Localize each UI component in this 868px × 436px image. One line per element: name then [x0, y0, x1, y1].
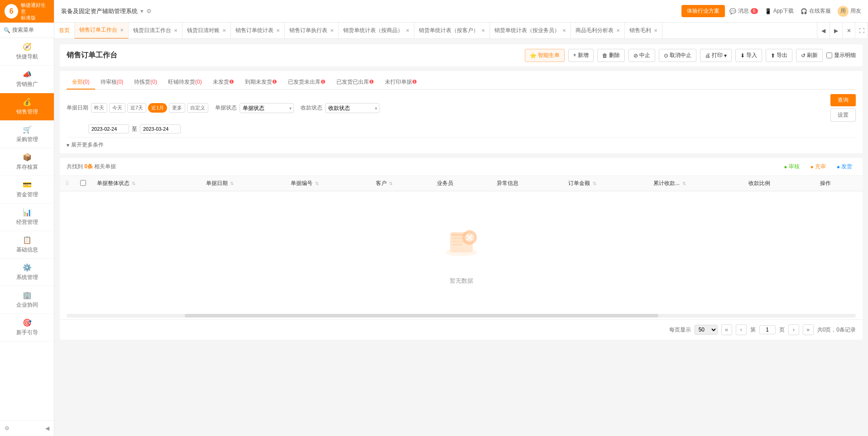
tab-close-cash-reconcile[interactable]: ✕: [222, 28, 226, 33]
show-detail-label[interactable]: 显示明细: [826, 52, 856, 59]
tab-close-cash-daily[interactable]: ✕: [174, 28, 177, 33]
sidebar-search[interactable]: 🔍 搜索菜单: [0, 23, 54, 38]
tab-cash-daily[interactable]: 钱货日清工作台 ✕: [129, 23, 182, 39]
purchase-label: 采购管理: [16, 136, 38, 143]
user-btn[interactable]: 用 用友: [838, 6, 861, 17]
sidebar-item-basic-info[interactable]: 📋 基础信息: [0, 231, 54, 259]
sidebar-item-system[interactable]: ⚙️ 系统管理: [0, 259, 54, 286]
review-btn[interactable]: ● 审核: [780, 161, 803, 172]
page-number-input[interactable]: [759, 325, 776, 334]
th-received[interactable]: 累计收款... ⇅: [648, 176, 743, 191]
tab-sales-summary-product[interactable]: 销货单统计表（按商品） ✕: [339, 23, 414, 39]
tab-home[interactable]: 首页: [54, 23, 75, 39]
sidebar-item-purchase[interactable]: 🛒 采购管理: [0, 121, 54, 148]
status-select[interactable]: 单据状态: [240, 103, 294, 113]
filter-tab-shipped-out[interactable]: 已发货已出库❶: [331, 76, 379, 90]
date-7days-btn[interactable]: 近7天: [127, 103, 146, 113]
tab-cash-reconcile[interactable]: 钱货日清对账 ✕: [182, 23, 231, 39]
tab-sales-stats[interactable]: 销售订单统计表 ✕: [231, 23, 285, 39]
tab-close-sales-stats[interactable]: ✕: [276, 28, 280, 33]
show-detail-checkbox[interactable]: [826, 52, 832, 58]
date-yesterday-btn[interactable]: 昨天: [91, 103, 107, 113]
page-first-btn[interactable]: «: [721, 324, 732, 335]
scroll-thumb[interactable]: [185, 314, 658, 318]
page-size-select[interactable]: 50 10 20 100: [695, 325, 718, 335]
ship-btn[interactable]: ● 发货: [833, 161, 856, 172]
th-checkbox[interactable]: [75, 176, 91, 191]
filter-tab-shipped-not-out[interactable]: 已发货未出库❶: [283, 76, 331, 90]
filter-tab-not-shipped[interactable]: 未发货❶: [207, 76, 240, 90]
cancel-stop-btn[interactable]: ⊙ 取消中止: [659, 49, 696, 62]
th-number[interactable]: 单据编号 ⇅: [285, 176, 370, 191]
th-customer[interactable]: 客户 ⇅: [370, 176, 432, 191]
payment-select[interactable]: 收款状态: [325, 103, 379, 113]
tab-close-sales-summary-customer[interactable]: ✕: [481, 28, 485, 33]
tab-close-sales-more[interactable]: ✕: [654, 28, 657, 33]
date-1month-btn[interactable]: 近1月: [148, 103, 167, 113]
export-btn[interactable]: ⬆ 导出: [766, 49, 792, 62]
tab-close-gross-profit[interactable]: ✕: [616, 28, 620, 33]
import-btn[interactable]: ⬇ 导入: [735, 49, 762, 62]
stop-btn[interactable]: ⊘ 中止: [628, 49, 655, 62]
filter-tab-pending-inspect[interactable]: 待拣货(0): [129, 76, 163, 90]
settings-icon[interactable]: ⚙: [146, 8, 152, 14]
date-from-input[interactable]: [88, 124, 129, 133]
industry-btn[interactable]: 体验行业方案: [681, 5, 725, 17]
filter-tab-all[interactable]: 全部(0): [67, 76, 95, 90]
tab-nav-prev[interactable]: ◀: [817, 23, 830, 39]
tab-sales-workbench[interactable]: 销售订单工作台 ✕: [75, 23, 129, 39]
message-btn[interactable]: 💬 消息 6: [729, 7, 758, 15]
expand-btn[interactable]: ▾ 展开更多条件: [67, 141, 856, 149]
date-custom-btn[interactable]: 自定义: [187, 103, 208, 113]
tab-close-all[interactable]: ✕: [843, 23, 855, 39]
horizontal-scrollbar[interactable]: [60, 312, 863, 319]
date-today-btn[interactable]: 今天: [109, 103, 125, 113]
sidebar-item-inventory[interactable]: 📦 库存核算: [0, 148, 54, 176]
tab-close-sales-exec[interactable]: ✕: [330, 28, 334, 33]
th-status[interactable]: 单据整体状态 ⇅: [91, 176, 201, 191]
tab-sales-summary-customer[interactable]: 销货单统计表（按客户） ✕: [414, 23, 490, 39]
sidebar-item-finance[interactable]: 💳 资金管理: [0, 176, 54, 204]
select-all-checkbox[interactable]: [80, 180, 86, 186]
tab-gross-profit[interactable]: 商品毛利分析表 ✕: [571, 23, 625, 39]
tab-sales-exec[interactable]: 销售订单执行表 ✕: [285, 23, 339, 39]
smart-btn[interactable]: ⭐ 智能生单: [525, 49, 565, 62]
filter-settings-btn[interactable]: 设置: [830, 109, 856, 122]
th-date[interactable]: 单据日期 ⇅: [201, 176, 286, 191]
filter-tab-overdue[interactable]: 到期未发货❶: [240, 76, 283, 90]
tab-close-sales-workbench[interactable]: ✕: [120, 28, 124, 33]
sidebar-collapse-icon[interactable]: ◀: [45, 425, 49, 431]
tab-close-sales-summary-staff[interactable]: ✕: [562, 28, 566, 33]
th-amount[interactable]: 订单金额 ⇅: [563, 176, 648, 191]
date-filter: 单据日期 昨天 今天 近7天 近1月 更多 自定义: [67, 103, 208, 113]
refresh-btn[interactable]: ↺ 刷新: [796, 49, 823, 62]
sidebar-item-operations[interactable]: 📊 经营管理: [0, 204, 54, 231]
tab-sales-more[interactable]: 销售毛利 ✕: [625, 23, 662, 39]
delete-btn[interactable]: 🗑 删除: [597, 49, 625, 62]
filter-tab-pending-review[interactable]: 待审核(0): [95, 76, 129, 90]
sidebar-item-sales[interactable]: 💰 销售管理: [0, 93, 54, 121]
app-download-btn[interactable]: 📱 App下载: [765, 7, 794, 15]
page-prev-btn[interactable]: ‹: [736, 324, 747, 335]
filter-tab-not-printed[interactable]: 未打印单据❶: [379, 76, 422, 90]
add-btn[interactable]: + 新增: [568, 49, 594, 62]
tab-close-sales-summary-product[interactable]: ✕: [406, 28, 409, 33]
tab-sales-summary-staff[interactable]: 销货单统计表（按业务员） ✕: [490, 23, 571, 39]
th-actions: 操作: [815, 176, 863, 191]
print-btn[interactable]: 🖨 打印 ▾: [700, 49, 732, 62]
sidebar-item-marketing[interactable]: 📣 营销推广: [0, 66, 54, 93]
revoke-btn[interactable]: ● 充审: [807, 161, 830, 172]
query-btn[interactable]: 查询: [830, 94, 856, 106]
sidebar-settings-icon[interactable]: ⚙: [5, 425, 10, 431]
page-last-btn[interactable]: »: [803, 324, 814, 335]
tab-nav-next[interactable]: ▶: [830, 23, 843, 39]
tab-maximize[interactable]: ⛶: [855, 23, 868, 39]
sidebar-item-guide[interactable]: 🎯 新手引导: [0, 314, 54, 341]
sidebar-item-quick-nav[interactable]: 🧭 快捷导航: [0, 38, 54, 66]
date-more-btn[interactable]: 更多: [169, 103, 185, 113]
online-service-btn[interactable]: 🎧 在线客服: [801, 7, 831, 15]
page-next-btn[interactable]: ›: [788, 324, 799, 335]
filter-tab-wangpu-ship[interactable]: 旺铺待发货(0): [163, 76, 207, 90]
date-to-input[interactable]: [140, 124, 181, 133]
sidebar-item-enterprise[interactable]: 🏢 企业协同: [0, 286, 54, 314]
